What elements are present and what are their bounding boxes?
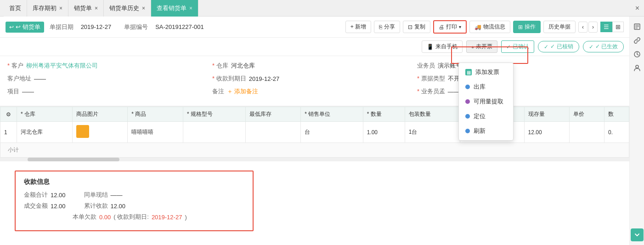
- action-bar: 📱 来自手机 ● 未开票 ✓ 已确认 ✓ ✓ 已核销 ✓ ✓ 已生效: [0, 38, 629, 56]
- sidebar-icon-2[interactable]: [631, 34, 644, 47]
- doc-meta: 单据日期 2019-12-27 单据编号 SA-20191227-001: [50, 23, 204, 31]
- total-item: 金额合计 12.00: [24, 191, 66, 199]
- staff-field: 业务员 演示账号: [417, 62, 622, 70]
- phone-button[interactable]: 📱 来自手机: [422, 40, 463, 53]
- tab-sales-close[interactable]: ×: [95, 5, 98, 11]
- row-pack: 1台: [405, 122, 460, 143]
- tab-inventory-close[interactable]: ×: [59, 5, 62, 11]
- project-label: 项目: [7, 87, 19, 96]
- accum-label: 累计收款: [84, 202, 108, 210]
- share-button[interactable]: ⎘ 分享: [374, 21, 400, 33]
- outbound-label: 出库: [474, 83, 486, 91]
- tab-home-label: 首页: [9, 4, 21, 12]
- view-grid-btn[interactable]: ⊞: [612, 22, 624, 32]
- view-toggle: ☰ ⊞: [600, 22, 624, 32]
- plus-icon: ＋: [227, 87, 233, 96]
- row-product: 嘻嘻嘻嘻: [128, 122, 183, 143]
- note-field: 备注 ＋ 添加备注: [212, 87, 417, 96]
- row-unit: 台: [301, 122, 363, 143]
- circle-icon: ●: [471, 44, 475, 50]
- phone-icon: 📱: [427, 44, 434, 50]
- print-button[interactable]: 🖨 打印 ▾: [433, 20, 467, 34]
- row-no: 1: [0, 122, 17, 143]
- open-ticket-button[interactable]: ● 未开票: [466, 40, 498, 53]
- scrollbar-thumb[interactable]: [28, 158, 119, 161]
- tab-sales[interactable]: 销货单 ×: [68, 0, 104, 17]
- due-date: 2019-12-27: [152, 214, 182, 221]
- payment-row-1: 金额合计 12.00 同单现结 ——: [24, 191, 244, 199]
- dropdown-locate[interactable]: 定位: [459, 109, 513, 124]
- available-dot: [465, 99, 470, 104]
- tab-view-sales[interactable]: 查看销货单 ×: [151, 0, 198, 17]
- copy-button[interactable]: ⊡ 复制: [403, 21, 430, 33]
- prev-button[interactable]: ‹: [578, 22, 588, 33]
- payment-row-2: 成交金额 12.00 累计收款 12.00: [24, 202, 244, 210]
- status-effective-button[interactable]: ✓ ✓ 已生效: [583, 41, 624, 52]
- op-button[interactable]: ⊞ 操作: [513, 21, 541, 33]
- col-min-stock: 最低库存: [245, 107, 301, 122]
- owe-value: 0.00: [99, 214, 111, 221]
- col-img: 商品图片: [72, 107, 128, 122]
- next-button[interactable]: ›: [588, 22, 598, 33]
- tab-home[interactable]: 首页: [4, 0, 27, 17]
- row-img: [72, 122, 128, 143]
- ticket-field: 票据类型 不开票: [417, 74, 622, 83]
- row-warehouse: 河北仓库: [17, 122, 73, 143]
- copy-icon: ⊡: [408, 24, 412, 30]
- product-image: [76, 125, 89, 138]
- dropdown-available[interactable]: 可用量提取: [459, 94, 513, 109]
- history-button[interactable]: 历史单据: [543, 21, 576, 33]
- add-note-button[interactable]: ＋ 添加备注: [227, 87, 258, 96]
- h-scrollbar[interactable]: [0, 158, 629, 161]
- col-extra: 数: [604, 107, 629, 122]
- row-min-stock: [245, 122, 301, 143]
- view-list-btn[interactable]: ☰: [600, 22, 612, 32]
- window-close-btn[interactable]: ×: [635, 4, 639, 12]
- warehouse-label: 仓库: [212, 62, 228, 70]
- logistics-label: 物流信息: [483, 23, 505, 31]
- warehouse-value: 河北仓库: [231, 62, 255, 70]
- row-extra: 0.: [604, 122, 629, 143]
- sidebar-icon-3[interactable]: [631, 48, 644, 61]
- sidebar-icon-1[interactable]: [631, 20, 644, 33]
- staff-label: 业务员: [417, 62, 435, 70]
- doc-icon-arrow: ↩: [9, 24, 14, 30]
- available-label: 可用量提取: [474, 97, 503, 106]
- add-note-label: 添加备注: [234, 87, 258, 96]
- effective-icon: ✓: [589, 44, 593, 50]
- col-spec: * 规格型号: [183, 107, 245, 122]
- col-qty: * 数量: [363, 107, 405, 122]
- tab-sales-history-close[interactable]: ×: [142, 5, 145, 11]
- op-icon: ⊞: [518, 24, 523, 30]
- customer-value[interactable]: 柳州粤港平安气体有限公司: [26, 62, 98, 70]
- note-label: 备注: [212, 87, 224, 96]
- tab-sales-history-label: 销货单历史: [109, 4, 139, 12]
- row-spec: [183, 122, 245, 143]
- same-order-label: 同单现结: [84, 191, 108, 199]
- logistics-button[interactable]: 🚚 物流信息: [469, 21, 510, 33]
- dropdown-outbound[interactable]: 出库: [459, 80, 513, 94]
- tab-sales-history[interactable]: 销货单历史 ×: [104, 0, 151, 17]
- total-value: 12.00: [51, 192, 66, 199]
- warehouse-field: 仓库 河北仓库: [212, 62, 417, 70]
- dropdown-refresh[interactable]: 刷新: [459, 124, 513, 138]
- deal-label: 成交金额: [24, 202, 48, 210]
- accum-value: 12.00: [111, 203, 126, 210]
- logistics-icon: 🚚: [475, 24, 481, 30]
- status-sold-button[interactable]: ✓ ✓ 已核销: [538, 41, 579, 52]
- date-label: 单据日期: [50, 23, 73, 31]
- staff2-value: ——: [448, 88, 460, 95]
- tab-inventory[interactable]: 库存期初 ×: [27, 0, 68, 17]
- project-field: 项目 ——: [7, 87, 212, 96]
- dropdown-menu: ▦ 添加发票 出库 可用量提取 定位 刷新: [458, 63, 514, 141]
- address-field: 客户地址 ——: [7, 74, 212, 83]
- confirm-button[interactable]: ✓ 已确认: [501, 40, 534, 53]
- tab-view-sales-close[interactable]: ×: [189, 5, 192, 11]
- new-button[interactable]: + 新增: [345, 21, 371, 33]
- sidebar-icon-5[interactable]: [631, 228, 644, 241]
- dropdown-add-invoice[interactable]: ▦ 添加发票: [459, 65, 513, 80]
- share-label: 分享: [384, 23, 395, 31]
- outbound-dot: [465, 85, 470, 89]
- sidebar-icon-4[interactable]: [631, 62, 644, 74]
- confirm-label: 已确认: [513, 43, 529, 51]
